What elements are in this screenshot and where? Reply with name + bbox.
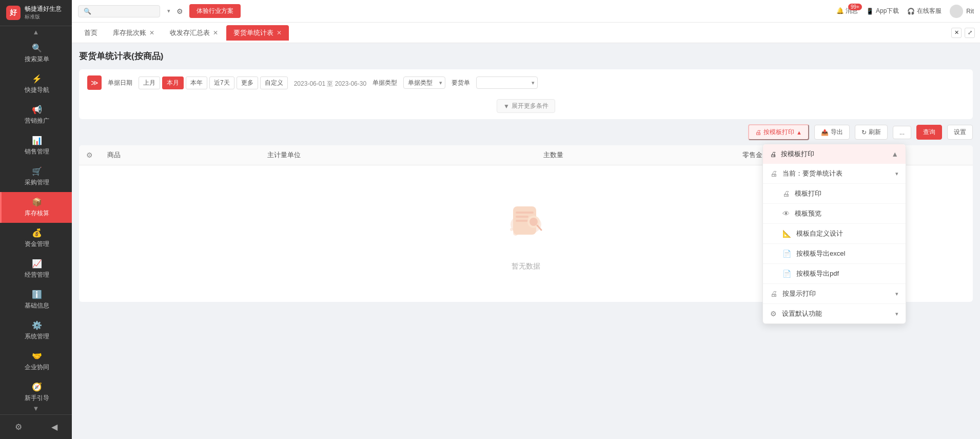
- date-btn-last7[interactable]: 近7天: [209, 77, 234, 89]
- printer-icon: 🖨: [755, 129, 761, 136]
- quick-nav-icon: ⚡: [32, 74, 42, 84]
- tab-expand-btn[interactable]: ⤢: [965, 28, 975, 38]
- sidebar-item-label: 营销推广: [25, 117, 49, 125]
- set-default-item[interactable]: ⚙ 设置默认功能 ▾: [763, 304, 906, 323]
- display-print-item[interactable]: 🖨 按显示打印 ▾: [763, 284, 906, 304]
- filter-expand-toggle[interactable]: ≫: [87, 75, 102, 90]
- sidebar-scroll-up[interactable]: ▲: [0, 26, 72, 38]
- sidebar-item-operations[interactable]: 📈 经营管理: [0, 254, 72, 284]
- date-buttons: 上月 本月 本年 近7天 更多 自定义: [139, 77, 288, 89]
- tab-order-stats[interactable]: 要货单统计表 ✕: [226, 25, 289, 41]
- sidebar-item-inventory[interactable]: 📦 库存核算: [0, 192, 72, 223]
- tab-collect-summary-close[interactable]: ✕: [213, 29, 218, 36]
- template-design-item[interactable]: 📐 模板自定义设计: [763, 224, 906, 244]
- sidebar-item-quick-nav[interactable]: ⚡ 快捷导航: [0, 69, 72, 100]
- sidebar-item-system[interactable]: ⚙️ 系统管理: [0, 315, 72, 346]
- online-service-btn[interactable]: 🎧 在线客服: [907, 7, 942, 15]
- sidebar-item-base[interactable]: ℹ️ 基础信息: [0, 284, 72, 315]
- industry-btn[interactable]: 体验行业方案: [189, 4, 241, 18]
- finance-icon: 💰: [32, 228, 42, 238]
- empty-icon: [500, 196, 552, 256]
- tab-collect-summary[interactable]: 收发存汇总表 ✕: [163, 25, 225, 41]
- sidebar-item-finance[interactable]: 💰 资金管理: [0, 223, 72, 254]
- app-edition: 标准版: [25, 13, 62, 21]
- sidebar-item-collab[interactable]: 🤝 企业协同: [0, 346, 72, 377]
- marketing-icon: 📢: [32, 105, 42, 114]
- sidebar-item-search[interactable]: 🔍 搜索菜单: [0, 38, 72, 69]
- sidebar-collapse-btn[interactable]: ◀: [49, 420, 60, 434]
- toolbar: 🖨 按模板打印 ▲ 📤 导出 ↻ 刷新 ... 查询 设置 🖨: [79, 124, 973, 140]
- sidebar-item-label: 系统管理: [25, 332, 49, 341]
- print-dropdown-title-area: 🖨 按模板打印: [770, 149, 814, 159]
- col-settings[interactable]: ⚙: [79, 145, 100, 165]
- purchase-icon: 🛒: [32, 166, 42, 176]
- date-btn-prev-month[interactable]: 上月: [139, 77, 160, 89]
- date-btn-more[interactable]: 更多: [237, 77, 258, 89]
- tab-close-all-btn[interactable]: ✕: [951, 28, 962, 38]
- sidebar-settings-btn[interactable]: ⚙: [13, 420, 24, 434]
- inventory-icon: 📦: [32, 197, 42, 207]
- system-icon: ⚙️: [32, 320, 42, 330]
- svg-rect-2: [516, 212, 534, 214]
- template-pdf-item[interactable]: 📄 按模板导出pdf: [763, 264, 906, 284]
- sidebar-nav: 🔍 搜索菜单 ⚡ 快捷导航 📢 营销推广 📊 销售管理 🛒 采购管理 📦 库存核…: [0, 38, 72, 403]
- template-excel-icon: 📄: [782, 250, 791, 258]
- tab-batch-account-close[interactable]: ✕: [149, 29, 154, 36]
- print-dropdown-close[interactable]: ▲: [891, 150, 898, 158]
- current-template-item[interactable]: 🖨 当前：要货单统计表 ▾: [763, 164, 906, 184]
- header-gear-icon[interactable]: ⚙: [177, 7, 183, 15]
- sidebar-item-label: 库存核算: [25, 209, 49, 218]
- base-icon: ℹ️: [32, 290, 42, 299]
- tab-home[interactable]: 首页: [77, 25, 105, 41]
- user-avatar: [950, 5, 963, 18]
- order-status-select[interactable]: [476, 77, 538, 89]
- sidebar-item-sales[interactable]: 📊 销售管理: [0, 130, 72, 161]
- sidebar-scroll-down[interactable]: ▼: [0, 403, 72, 414]
- sidebar-item-guide[interactable]: 🧭 新手引导: [0, 377, 72, 403]
- sidebar-item-purchase[interactable]: 🛒 采购管理: [0, 161, 72, 192]
- refresh-btn[interactable]: ↻ 刷新: [855, 125, 888, 140]
- date-btn-custom[interactable]: 自定义: [260, 77, 288, 89]
- tab-order-stats-label: 要货单统计表: [233, 28, 273, 37]
- app-logo: 好 畅捷通好生意 标准版: [0, 0, 72, 26]
- bill-type-select[interactable]: 单据类型: [403, 77, 445, 89]
- search-icon: 🔍: [32, 43, 42, 53]
- app-download-btn[interactable]: 📱 App下载: [866, 7, 899, 15]
- page-title: 要货单统计表(按商品): [79, 50, 973, 62]
- date-btn-cur-month[interactable]: 本月: [162, 77, 184, 89]
- filter-bar: ≫ 单据日期 上月 本月 本年 近7天 更多 自定义 2023-06-01 至 …: [79, 69, 973, 119]
- svg-rect-3: [516, 216, 528, 218]
- more-options-btn[interactable]: ...: [893, 126, 911, 139]
- print-template-btn[interactable]: 🖨 按模板打印 ▲: [748, 124, 809, 140]
- more-icon: ...: [899, 129, 905, 136]
- bell-icon: 🔔: [836, 7, 844, 14]
- current-template-label: 当前：要货单统计表: [782, 169, 842, 178]
- tab-order-stats-close[interactable]: ✕: [277, 29, 282, 36]
- top-search-box[interactable]: 🔍: [78, 5, 160, 17]
- export-btn[interactable]: 📤 导出: [814, 125, 850, 140]
- col-product: 商品: [100, 145, 260, 165]
- app-download-label: App下载: [876, 7, 899, 15]
- date-btn-cur-year[interactable]: 本年: [186, 77, 207, 89]
- search-chevron-icon[interactable]: ▾: [167, 8, 170, 14]
- query-btn[interactable]: 查询: [916, 125, 942, 140]
- display-print-chevron: ▾: [895, 291, 898, 297]
- app-name: 畅捷通好生意: [25, 5, 62, 13]
- expand-conditions-btn[interactable]: ▼ 展开更多条件: [497, 99, 555, 113]
- template-preview-item[interactable]: 👁 模板预览: [763, 204, 906, 224]
- top-header: 🔍 ▾ ⚙ 体验行业方案 🔔 消息 99+ 📱 App下载 🎧 在线客服: [72, 0, 980, 23]
- sidebar-item-marketing[interactable]: 📢 营销推广: [0, 100, 72, 130]
- template-excel-item[interactable]: 📄 按模板导出excel: [763, 244, 906, 264]
- col-unit: 主计量单位: [260, 145, 536, 165]
- service-icon: 🎧: [907, 8, 915, 15]
- user-area[interactable]: Rit: [950, 5, 974, 18]
- template-print-item[interactable]: 🖨 模板打印: [763, 184, 906, 204]
- header-mid: 体验行业方案: [189, 4, 830, 18]
- print-dropdown: 🖨 按模板打印 ▲ 🖨 当前：要货单统计表 ▾ 🖨 模板打印: [762, 144, 906, 324]
- col-settings-icon[interactable]: ⚙: [86, 151, 93, 159]
- print-dropdown-header: 🖨 按模板打印 ▲: [763, 144, 906, 164]
- tab-batch-account[interactable]: 库存批次账 ✕: [106, 25, 162, 41]
- username: Rit: [966, 8, 974, 15]
- settings-btn[interactable]: 设置: [947, 125, 973, 140]
- notification-btn[interactable]: 🔔 消息 99+: [836, 7, 858, 15]
